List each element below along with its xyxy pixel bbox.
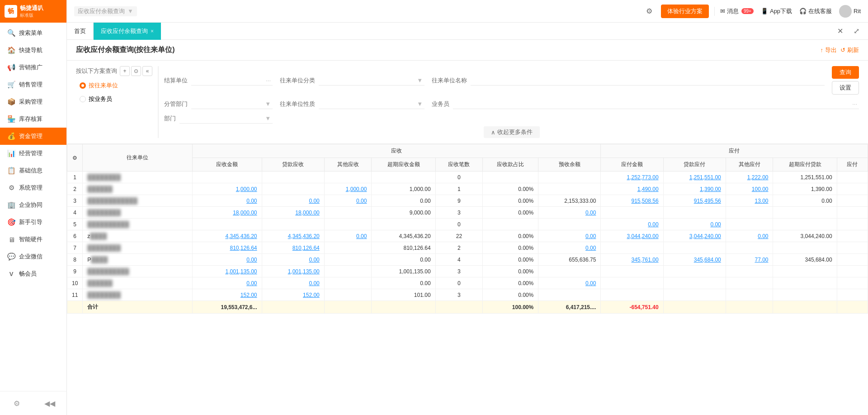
- ar-other[interactable]: 0.00: [324, 195, 372, 207]
- collapse-scheme-btn[interactable]: «: [142, 66, 152, 76]
- field-name[interactable]: [471, 76, 825, 86]
- field-jiesuan[interactable]: ···: [191, 76, 273, 86]
- field-dept[interactable]: ▼: [191, 99, 273, 109]
- label-unit-dept: 部门: [164, 114, 176, 123]
- ap-other[interactable]: 77.00: [726, 254, 773, 266]
- export-btn[interactable]: ↑ 导出: [821, 46, 837, 54]
- ar-amount[interactable]: 810,126.64: [193, 242, 262, 254]
- ar-prepay[interactable]: 0.00: [538, 277, 601, 289]
- scheme-option-employee[interactable]: 按业务员: [76, 93, 152, 105]
- ap-amount[interactable]: 1,252,773.00: [601, 172, 663, 183]
- ar-other[interactable]: 0.00: [324, 230, 372, 242]
- message-btn[interactable]: ✉ 消息 99+: [720, 7, 754, 15]
- ap-other[interactable]: 13.00: [726, 195, 773, 207]
- query-button[interactable]: 查询: [832, 66, 859, 79]
- col-settings[interactable]: ⚙: [67, 144, 83, 172]
- sidebar-item-finance[interactable]: 💰 资金管理: [0, 128, 66, 145]
- sidebar-item-purchase[interactable]: 📦 采购管理: [0, 93, 66, 110]
- set-button[interactable]: 设置: [832, 81, 859, 95]
- sidebar-item-marketing[interactable]: 📢 营销推广: [0, 59, 66, 76]
- add-scheme-btn[interactable]: +: [120, 66, 130, 76]
- tab-close-window-btn[interactable]: ✕: [834, 25, 846, 38]
- ar-loan[interactable]: 152.00: [262, 289, 324, 301]
- app-download-btn[interactable]: 📱 App下载: [761, 7, 792, 15]
- ap-amount[interactable]: 1,490.00: [601, 183, 663, 195]
- online-service-btn[interactable]: 🎧 在线客服: [799, 7, 832, 15]
- ap-amount[interactable]: 0.00: [601, 219, 663, 230]
- search-menu-icon: 🔍: [7, 29, 15, 37]
- sidebar-item-inventory[interactable]: 🏪 库存核算: [0, 110, 66, 128]
- ar-amount[interactable]: 1,001,135.00: [193, 266, 262, 277]
- ap-other[interactable]: 0.00: [726, 230, 773, 242]
- ar-loan[interactable]: 0.00: [262, 254, 324, 266]
- ap-other[interactable]: 1,222.00: [726, 172, 773, 183]
- collapse-btn[interactable]: ∧ 收起更多条件: [484, 126, 540, 138]
- settings-gear-btn[interactable]: ⚙: [643, 5, 656, 18]
- ar-amount[interactable]: 0.00: [193, 277, 262, 289]
- field-unit-dept[interactable]: ▼: [179, 114, 273, 124]
- ap-amount[interactable]: 345,761.00: [601, 254, 663, 266]
- sidebar-item-search-menu[interactable]: 🔍 搜索菜单: [0, 24, 66, 42]
- ap-loan[interactable]: 3,044,240.00: [663, 230, 726, 242]
- sidebar-item-quick-nav[interactable]: 🏠 快捷导航: [0, 42, 66, 59]
- sidebar-item-system[interactable]: ⚙ 系统管理: [0, 179, 66, 196]
- table-row: 2 ██████ 1,000.00 1,000.00 1,000.00 1 0.…: [67, 183, 868, 195]
- sidebar-item-wechat[interactable]: 💬 企业微信: [0, 248, 66, 265]
- row-num: 6: [67, 230, 83, 242]
- promo-button[interactable]: 体验行业方案: [661, 5, 709, 18]
- sidebar-item-guide[interactable]: 🎯 新手引导: [0, 214, 66, 231]
- sidebar-collapse-btn[interactable]: ◀◀: [42, 396, 57, 410]
- ar-loan[interactable]: 18,000.00: [262, 207, 324, 219]
- ar-prepay[interactable]: 0.00: [538, 207, 601, 219]
- ar-amount[interactable]: 4,345,436.20: [193, 230, 262, 242]
- sidebar-item-basic-info[interactable]: 📋 基础信息: [0, 162, 66, 179]
- sidebar-settings-btn[interactable]: ⚙: [9, 396, 24, 410]
- refresh-btn[interactable]: ↺ 刷新: [840, 46, 859, 54]
- ap-loan[interactable]: 1,390.00: [663, 183, 726, 195]
- ar-ratio: 0.00%: [483, 195, 538, 207]
- edit-scheme-btn[interactable]: ⊙: [131, 66, 141, 76]
- sidebar-item-hardware[interactable]: 🖥 智能硬件: [0, 231, 66, 248]
- sidebar-item-enterprise[interactable]: 🏢 企业协同: [0, 196, 66, 214]
- ap-loan[interactable]: 345,684.00: [663, 254, 726, 266]
- ap-loan[interactable]: 915,495.56: [663, 195, 726, 207]
- tab-close-btn[interactable]: ×: [151, 28, 154, 34]
- ar-loan[interactable]: 0.00: [262, 195, 324, 207]
- ar-amount[interactable]: 0.00: [193, 195, 262, 207]
- field-business[interactable]: ···: [453, 99, 859, 109]
- ar-loan[interactable]: 1,001,135.00: [262, 266, 324, 277]
- sidebar-label: 营销推广: [19, 63, 42, 72]
- ar-amount[interactable]: 1,000.00: [193, 183, 262, 195]
- footer-ap-total: -654,751.40: [601, 301, 663, 314]
- ap-loan: [663, 266, 726, 277]
- ap-other[interactable]: 100.00: [726, 183, 773, 195]
- ar-other[interactable]: 1,000.00: [324, 183, 372, 195]
- ap-amount[interactable]: 915,508.56: [601, 195, 663, 207]
- ap-loan[interactable]: 0.00: [663, 219, 726, 230]
- field-category[interactable]: ▼: [319, 76, 425, 86]
- ap-loan[interactable]: 1,251,551.00: [663, 172, 726, 183]
- tab-ar-ap[interactable]: 应收应付余额查询 ×: [94, 23, 161, 40]
- sidebar-item-operation[interactable]: 📊 经营管理: [0, 145, 66, 162]
- ar-amount[interactable]: 18,000.00: [193, 207, 262, 219]
- scheme-option-partner[interactable]: 按往来单位: [76, 80, 152, 91]
- field-nature[interactable]: ▼: [319, 99, 425, 109]
- ar-loan: [262, 172, 324, 183]
- ar-loan[interactable]: 810,126.64: [262, 242, 324, 254]
- tab-home[interactable]: 首页: [67, 23, 94, 40]
- sidebar-item-member[interactable]: V 畅会员: [0, 265, 66, 282]
- sidebar-item-sales[interactable]: 🛒 销售管理: [0, 76, 66, 93]
- ar-prepay[interactable]: 0.00: [538, 242, 601, 254]
- ar-loan[interactable]: 4,345,436.20: [262, 230, 324, 242]
- ar-amount[interactable]: 0.00: [193, 254, 262, 266]
- col-ar-overdue: 超期应收金额: [372, 158, 435, 172]
- ar-prepay[interactable]: 0.00: [538, 230, 601, 242]
- tab-expand-btn[interactable]: ⤢: [850, 25, 863, 38]
- ar-amount[interactable]: 152.00: [193, 289, 262, 301]
- sidebar-label: 系统管理: [19, 184, 42, 192]
- user-profile[interactable]: Rit: [839, 5, 861, 18]
- ap-amount[interactable]: 3,044,240.00: [601, 230, 663, 242]
- col-ar-amount: 应收金额: [193, 158, 262, 172]
- ar-other: [324, 242, 372, 254]
- ar-loan[interactable]: 0.00: [262, 277, 324, 289]
